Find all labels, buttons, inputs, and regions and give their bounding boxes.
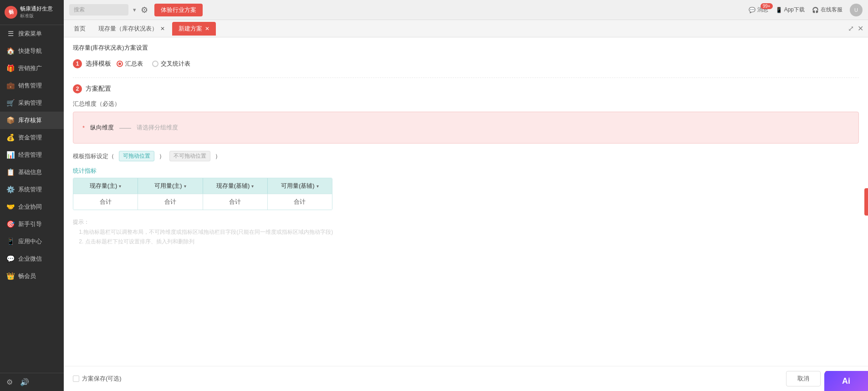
radio-summary[interactable]: 汇总表 bbox=[117, 60, 143, 68]
indicator-setting-end: ） bbox=[215, 152, 221, 160]
member-icon: 👑 bbox=[6, 272, 15, 280]
sidebar-item-basic-info[interactable]: 📋 基础信息 bbox=[0, 164, 64, 181]
stats-col-0-label: 现存量(主) bbox=[90, 182, 117, 190]
stats-col-2-label: 现存量(基辅) bbox=[216, 182, 250, 190]
search-menu-icon: ☰ bbox=[6, 30, 15, 38]
cancel-button[interactable]: 取消 bbox=[786, 371, 821, 386]
dimension-area[interactable]: * 纵向维度 —— 请选择分组维度 bbox=[73, 112, 859, 144]
indicator-setting-row: 模板指标设定（ 可拖动位置 ） 不可拖动位置 ） bbox=[73, 151, 859, 161]
sidebar-item-guide[interactable]: 🎯 新手引导 bbox=[0, 216, 64, 233]
indicator-section: 模板指标设定（ 可拖动位置 ） 不可拖动位置 ） 统计指标 现存量(主) ▾ bbox=[73, 151, 859, 247]
inventory-icon: 📦 bbox=[6, 116, 15, 124]
operations-icon: 📊 bbox=[6, 151, 15, 159]
sidebar-label-system: 系统管理 bbox=[18, 185, 42, 194]
dim-dash: —— bbox=[119, 124, 131, 131]
save-checkbox-area[interactable]: 方案保存(可选) bbox=[73, 375, 122, 383]
sidebar-item-marketing[interactable]: 🎁 营销推广 bbox=[0, 60, 64, 77]
right-edge-handle[interactable] bbox=[864, 188, 868, 216]
sidebar-item-quick-nav[interactable]: 🏠 快捷导航 bbox=[0, 42, 64, 60]
sidebar-label-search-menu: 搜索菜单 bbox=[18, 30, 42, 38]
sidebar-item-system[interactable]: ⚙️ 系统管理 bbox=[0, 181, 64, 198]
settings-footer-icon[interactable]: ⚙ bbox=[6, 378, 13, 386]
sidebar-item-operations[interactable]: 📊 经营管理 bbox=[0, 146, 64, 164]
tab-new-scheme-label: 新建方案 bbox=[179, 25, 202, 33]
main-area: 搜索 ▾ ⚙ 体验行业方案 💬 消息 99+ 📱 App下载 🎧 在线客服 U … bbox=[64, 0, 868, 391]
sidebar-item-app-center[interactable]: 📱 应用中心 bbox=[0, 233, 64, 250]
app-download-btn[interactable]: 📱 App下载 bbox=[776, 6, 805, 14]
tip-line1: 1.拖动标题栏可以调整布局，不可跨维度或指标区域拖动栏目字段(只能在同一维度或指… bbox=[73, 227, 859, 237]
system-icon: ⚙️ bbox=[6, 185, 15, 194]
topbar-dropdown-icon[interactable]: ▾ bbox=[133, 6, 136, 13]
wechat-icon: 💬 bbox=[6, 255, 15, 263]
section1-header: 1 选择模板 汇总表 交叉统计表 bbox=[73, 59, 859, 68]
speaker-footer-icon[interactable]: 🔊 bbox=[20, 378, 29, 386]
search-box[interactable]: 搜索 bbox=[69, 4, 128, 15]
section1-title: 选择模板 bbox=[86, 60, 111, 68]
section2-header: 2 方案配置 bbox=[73, 84, 859, 93]
stats-col-0[interactable]: 现存量(主) ▾ bbox=[73, 178, 138, 194]
sidebar-label-sales: 销售管理 bbox=[18, 82, 42, 90]
sidebar-item-search-menu[interactable]: ☰ 搜索菜单 bbox=[0, 25, 64, 42]
stats-data-1: 合计 bbox=[138, 194, 203, 210]
trial-btn[interactable]: 体验行业方案 bbox=[154, 4, 203, 16]
tab-new-scheme-close[interactable]: ✕ bbox=[205, 26, 209, 32]
section2-title: 方案配置 bbox=[86, 85, 111, 93]
basic-info-icon: 📋 bbox=[6, 168, 15, 176]
stats-col-2[interactable]: 现存量(基辅) ▾ bbox=[203, 178, 268, 194]
sidebar-item-inventory[interactable]: 📦 库存核算 bbox=[0, 112, 64, 129]
sidebar-item-wechat[interactable]: 💬 企业微信 bbox=[0, 250, 64, 268]
enterprise-icon: 🤝 bbox=[6, 203, 15, 211]
tab-inventory-close[interactable]: ✕ bbox=[160, 26, 165, 32]
sidebar-item-enterprise[interactable]: 🤝 企业协同 bbox=[0, 198, 64, 216]
ai-button[interactable]: Ai bbox=[824, 371, 868, 391]
tip-line2: 2. 点击标题栏下拉可设置排序、插入列和删除列 bbox=[73, 237, 859, 247]
sidebar-label-app-center: 应用中心 bbox=[18, 237, 42, 246]
stats-col-3[interactable]: 可用量(基辅) ▾ bbox=[268, 178, 332, 194]
sidebar-label-enterprise: 企业协同 bbox=[18, 203, 42, 211]
stats-data-row: 合计 合计 合计 合计 bbox=[73, 194, 332, 210]
message-icon: 💬 bbox=[749, 7, 756, 13]
stats-col-1[interactable]: 可用量(主) ▾ bbox=[138, 178, 203, 194]
sidebar-item-purchase[interactable]: 🛒 采购管理 bbox=[0, 94, 64, 112]
app-name: 畅康通好生意 bbox=[20, 5, 53, 13]
quick-nav-icon: 🏠 bbox=[6, 47, 15, 55]
tab-home-label: 首页 bbox=[74, 25, 86, 33]
chevron-3-icon: ▾ bbox=[317, 184, 319, 189]
logo-icon: 畅 bbox=[5, 6, 17, 19]
sidebar-menu: ☰ 搜索菜单 🏠 快捷导航 🎁 营销推广 💼 销售管理 🛒 采购管理 📦 库存核… bbox=[0, 25, 64, 373]
customer-service-btn[interactable]: 🎧 在线客服 bbox=[812, 6, 842, 14]
stats-data-2: 合计 bbox=[203, 194, 268, 210]
sidebar-item-sales[interactable]: 💼 销售管理 bbox=[0, 77, 64, 94]
radio-cross-label: 交叉统计表 bbox=[161, 60, 190, 68]
tab-home[interactable]: 首页 bbox=[68, 22, 91, 36]
topbar: 搜索 ▾ ⚙ 体验行业方案 💬 消息 99+ 📱 App下载 🎧 在线客服 U bbox=[64, 0, 868, 20]
dim-placeholder: 请选择分组维度 bbox=[137, 123, 178, 132]
tabbar: 首页 现存量（库存状况表） ✕ 新建方案 ✕ ⤢ ✕ bbox=[64, 20, 868, 37]
logo-text-area: 畅康通好生意 标准版 bbox=[20, 5, 53, 19]
headset-icon: 🎧 bbox=[812, 7, 819, 13]
indicator-setting-middle: ） bbox=[159, 152, 165, 160]
tips-label: 提示： bbox=[73, 217, 859, 227]
tab-new-scheme[interactable]: 新建方案 ✕ bbox=[172, 22, 216, 36]
sidebar-item-member[interactable]: 👑 畅会员 bbox=[0, 268, 64, 285]
sidebar-footer: ⚙ 🔊 bbox=[0, 373, 64, 391]
stats-col-1-label: 可用量(主) bbox=[154, 182, 182, 190]
messages-btn[interactable]: 💬 消息 99+ bbox=[749, 6, 768, 14]
app-badge: 标准版 bbox=[20, 13, 53, 19]
sidebar-label-operations: 经营管理 bbox=[18, 151, 42, 159]
user-avatar[interactable]: U bbox=[850, 4, 863, 16]
chevron-2-icon: ▾ bbox=[251, 184, 254, 189]
radio-cross[interactable]: 交叉统计表 bbox=[152, 60, 190, 68]
close-window-icon[interactable]: ✕ bbox=[858, 24, 863, 33]
dimension-label: 汇总维度（必选） bbox=[73, 100, 859, 108]
topbar-settings-icon[interactable]: ⚙ bbox=[141, 5, 148, 15]
tab-inventory-status[interactable]: 现存量（库存状况表） ✕ bbox=[92, 22, 171, 36]
chevron-1-icon: ▾ bbox=[184, 184, 186, 189]
maximize-icon[interactable]: ⤢ bbox=[848, 24, 854, 33]
sidebar-item-finance[interactable]: 💰 资金管理 bbox=[0, 129, 64, 146]
marketing-icon: 🎁 bbox=[6, 64, 15, 72]
topbar-right: 💬 消息 99+ 📱 App下载 🎧 在线客服 U bbox=[749, 4, 863, 16]
sidebar-label-marketing: 营销推广 bbox=[18, 64, 42, 72]
sidebar-label-finance: 资金管理 bbox=[18, 134, 42, 142]
save-checkbox-box[interactable] bbox=[73, 376, 79, 382]
